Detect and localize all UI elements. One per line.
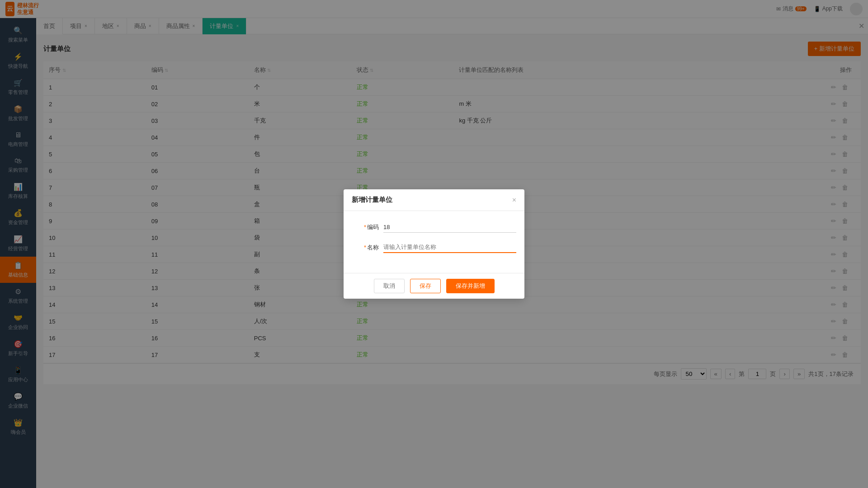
name-label: *名称 bbox=[352, 244, 379, 252]
modal-close-button[interactable]: × bbox=[512, 196, 516, 204]
code-input[interactable] bbox=[383, 222, 516, 233]
save-add-button[interactable]: 保存并新增 bbox=[446, 279, 495, 293]
modal-footer: 取消 保存 保存并新增 bbox=[344, 273, 524, 299]
modal-header: 新增计量单位 × bbox=[344, 189, 524, 211]
modal-overlay: 新增计量单位 × *编码 *名称 取消 保存 保存并新增 bbox=[0, 0, 868, 488]
form-row-name: *名称 bbox=[352, 242, 516, 253]
save-button[interactable]: 保存 bbox=[410, 279, 441, 293]
code-required-mark: * bbox=[364, 224, 366, 230]
add-unit-modal: 新增计量单位 × *编码 *名称 取消 保存 保存并新增 bbox=[344, 189, 524, 299]
name-input[interactable] bbox=[383, 242, 516, 253]
modal-body: *编码 *名称 bbox=[344, 211, 524, 273]
code-label: *编码 bbox=[352, 223, 379, 231]
form-row-code: *编码 bbox=[352, 222, 516, 233]
modal-title: 新增计量单位 bbox=[352, 196, 392, 204]
name-required-mark: * bbox=[364, 244, 366, 251]
cancel-button[interactable]: 取消 bbox=[374, 279, 405, 293]
